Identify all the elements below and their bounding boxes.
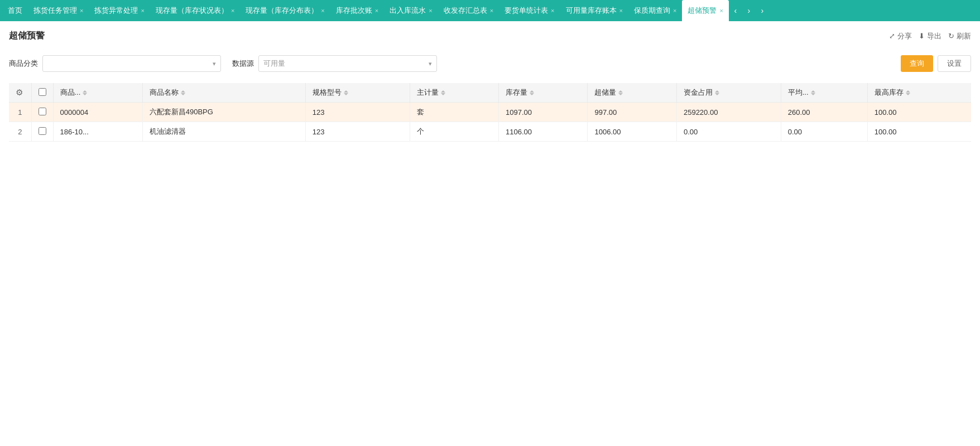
- row-stock: 1106.00: [498, 122, 587, 142]
- chevron-down-icon: ▾: [429, 60, 432, 67]
- close-icon[interactable]: ×: [619, 7, 623, 14]
- col-overflow: 超储量: [588, 83, 676, 103]
- export-button[interactable]: ⬇ 导出: [919, 31, 941, 41]
- row-checkbox-cell: [31, 103, 53, 122]
- row-checkbox[interactable]: [39, 108, 46, 115]
- nav-item-flow[interactable]: 出入库流水 ×: [384, 0, 438, 21]
- row-overflow: 1006.00: [588, 122, 676, 142]
- sort-icon: [181, 90, 185, 95]
- sort-capital[interactable]: 资金占用: [684, 88, 719, 98]
- col-stock: 库存量: [498, 83, 587, 103]
- header-actions: ⤢ 分享 ⬇ 导出 ↻ 刷新: [889, 31, 971, 41]
- row-spec: 123: [305, 103, 410, 122]
- nav-item-overstock[interactable]: 超储预警 ×: [682, 0, 728, 21]
- category-label: 商品分类: [9, 59, 38, 69]
- sort-stock[interactable]: 库存量: [506, 88, 534, 98]
- close-icon[interactable]: ×: [490, 7, 493, 14]
- nav-next-arrow[interactable]: ›: [742, 0, 756, 21]
- close-icon[interactable]: ×: [429, 7, 432, 14]
- table-row[interactable]: 1 0000004 六配套新昌490BPG 123 套 1097.00 997.…: [9, 103, 971, 122]
- col-avg: 平均...: [781, 83, 867, 103]
- sort-spec[interactable]: 规格型号: [313, 88, 348, 98]
- export-icon: ⬇: [919, 32, 925, 40]
- col-product-name: 商品名称: [142, 83, 305, 103]
- refresh-icon: ↻: [948, 32, 954, 40]
- close-icon[interactable]: ×: [141, 7, 144, 14]
- nav-prev-arrow[interactable]: ‹: [729, 0, 742, 21]
- sort-icon: [83, 90, 87, 95]
- close-icon[interactable]: ×: [231, 7, 234, 14]
- filter-area: 商品分类 ▾ 数据源 可用量 ▾ 查询 设置: [9, 51, 971, 76]
- share-button[interactable]: ⤢ 分享: [889, 31, 912, 41]
- nav-item-summary[interactable]: 收发存汇总表 ×: [438, 0, 499, 21]
- row-product-code: 186-10...: [53, 122, 142, 142]
- col-max-stock: 最高库存: [867, 83, 971, 103]
- chevron-down-icon: ▾: [213, 60, 216, 67]
- close-icon[interactable]: ×: [673, 7, 676, 14]
- refresh-button[interactable]: ↻ 刷新: [948, 31, 971, 41]
- col-settings: ⚙: [9, 83, 31, 103]
- category-filter: 商品分类 ▾: [9, 55, 221, 72]
- nav-item-expiry[interactable]: 保质期查询 ×: [628, 0, 682, 21]
- row-spec: 123: [305, 122, 410, 142]
- sort-icon: [715, 90, 719, 95]
- query-button[interactable]: 查询: [901, 55, 933, 72]
- row-unit: 套: [410, 103, 498, 122]
- category-select[interactable]: ▾: [42, 55, 221, 72]
- close-icon[interactable]: ×: [80, 7, 83, 14]
- sort-overflow[interactable]: 超储量: [594, 88, 623, 98]
- page-title: 超储预警: [9, 30, 45, 42]
- nav-item-available[interactable]: 可用量库存账本 ×: [560, 0, 628, 21]
- page-container: 超储预警 ⤢ 分享 ⬇ 导出 ↻ 刷新 商品分类 ▾ 数据源: [0, 21, 980, 446]
- nav-item-task[interactable]: 拣货任务管理 ×: [28, 0, 89, 21]
- nav-item-inventory-dist[interactable]: 现存量（库存分布表） ×: [240, 0, 330, 21]
- nav-item-requisition[interactable]: 要货单统计表 ×: [499, 0, 560, 21]
- sort-icon: [618, 90, 623, 95]
- row-overflow: 997.00: [588, 103, 676, 122]
- col-spec: 规格型号: [305, 83, 410, 103]
- close-icon[interactable]: ×: [375, 7, 378, 14]
- row-unit: 个: [410, 122, 498, 142]
- row-index: 2: [9, 122, 31, 142]
- sort-icon: [344, 90, 348, 95]
- sort-icon: [906, 90, 910, 95]
- gear-icon[interactable]: ⚙: [16, 88, 23, 98]
- sort-avg[interactable]: 平均...: [788, 88, 815, 98]
- datasource-value: 可用量: [263, 59, 285, 69]
- nav-item-inventory-status[interactable]: 现存量（库存状况表） ×: [150, 0, 240, 21]
- filter-actions: 查询 设置: [901, 55, 971, 72]
- nav-item-exception[interactable]: 拣货异常处理 ×: [89, 0, 150, 21]
- close-icon[interactable]: ×: [321, 7, 324, 14]
- row-avg: 0.00: [781, 122, 867, 142]
- row-product-name: 机油滤清器: [142, 122, 305, 142]
- close-icon[interactable]: ×: [719, 7, 723, 14]
- sort-icon: [811, 90, 815, 95]
- col-checkbox: [31, 83, 53, 103]
- row-max-stock: 100.00: [867, 122, 971, 142]
- sort-product-code[interactable]: 商品...: [60, 88, 88, 98]
- table-header-row: ⚙ 商品...: [9, 83, 971, 103]
- settings-button[interactable]: 设置: [938, 55, 971, 72]
- row-capital: 259220.00: [676, 103, 781, 122]
- nav-item-batch[interactable]: 库存批次账 ×: [330, 0, 384, 21]
- row-index: 1: [9, 103, 31, 122]
- table-row[interactable]: 2 186-10... 机油滤清器 123 个 1106.00 1006.00 …: [9, 122, 971, 142]
- row-max-stock: 100.00: [867, 103, 971, 122]
- close-icon[interactable]: ×: [551, 7, 554, 14]
- nav-bar: 首页 拣货任务管理 × 拣货异常处理 × 现存量（库存状况表） × 现存量（库存…: [0, 0, 980, 21]
- nav-more-arrow[interactable]: ›: [756, 0, 769, 21]
- row-avg: 260.00: [781, 103, 867, 122]
- table-body: 1 0000004 六配套新昌490BPG 123 套 1097.00 997.…: [9, 103, 971, 142]
- share-icon: ⤢: [889, 32, 895, 40]
- datasource-select[interactable]: 可用量 ▾: [258, 55, 437, 72]
- row-stock: 1097.00: [498, 103, 587, 122]
- sort-max-stock[interactable]: 最高库存: [875, 88, 910, 98]
- sort-unit[interactable]: 主计量: [417, 88, 445, 98]
- sort-product-name[interactable]: 商品名称: [150, 88, 185, 98]
- row-checkbox[interactable]: [39, 127, 46, 135]
- table-container: ⚙ 商品...: [9, 83, 971, 142]
- col-product-code: 商品...: [53, 83, 142, 103]
- datasource-label: 数据源: [232, 59, 254, 69]
- select-all-checkbox[interactable]: [39, 88, 46, 96]
- nav-item-home[interactable]: 首页: [2, 0, 28, 21]
